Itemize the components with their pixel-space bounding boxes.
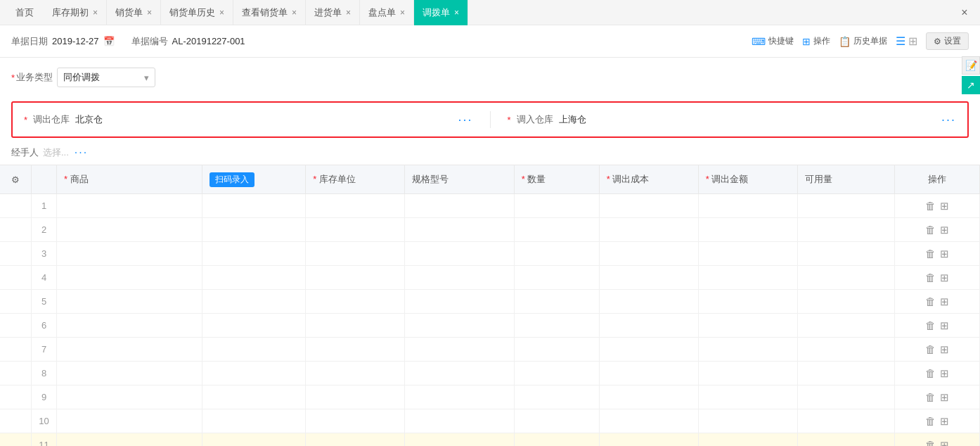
row-unit-cell[interactable] <box>306 362 405 386</box>
row-product-cell[interactable] <box>57 194 202 218</box>
business-type-select[interactable]: 同价调拨 ▾ <box>57 68 155 87</box>
tab-inventory-init[interactable]: 库存期初 × <box>44 0 107 25</box>
tab-transfer-order[interactable]: 调拨单 × <box>414 0 468 25</box>
copy-row-icon[interactable]: ⊞ <box>940 415 949 428</box>
row-cost-cell[interactable] <box>599 338 698 362</box>
row-qty-cell[interactable] <box>514 194 599 218</box>
row-cost-cell[interactable] <box>599 194 698 218</box>
row-amount-cell[interactable] <box>698 266 797 290</box>
row-spec-cell[interactable] <box>405 386 514 409</box>
row-qty-cell[interactable] <box>514 290 599 314</box>
row-qty-cell[interactable] <box>514 218 599 242</box>
delete-row-icon[interactable]: 🗑 <box>925 343 936 355</box>
row-product-cell[interactable] <box>57 266 202 290</box>
row-spec-cell[interactable] <box>405 266 514 290</box>
row-amount-cell[interactable] <box>698 409 797 433</box>
row-product-cell[interactable] <box>57 290 202 314</box>
row-qty-cell[interactable] <box>514 362 599 386</box>
row-qty-cell[interactable] <box>514 314 599 338</box>
copy-row-icon[interactable]: ⊞ <box>940 272 949 284</box>
scan-button[interactable]: 扫码录入 <box>209 172 254 187</box>
row-amount-cell[interactable] <box>698 218 797 242</box>
shortcuts-button[interactable]: ⌨ 快捷键 <box>752 35 794 47</box>
row-spec-cell[interactable] <box>405 242 514 266</box>
transfer-out-more-button[interactable]: ··· <box>458 113 472 126</box>
copy-row-icon[interactable]: ⊞ <box>940 439 949 447</box>
tab-sales-history[interactable]: 销货单历史 × <box>161 0 233 25</box>
history-button[interactable]: 📋 历史单据 <box>839 35 887 47</box>
copy-row-icon[interactable]: ⊞ <box>940 295 949 308</box>
tab-close-sales-order[interactable]: × <box>147 8 152 18</box>
row-product-cell[interactable] <box>57 433 202 447</box>
row-product-cell[interactable] <box>57 386 202 409</box>
row-qty-cell[interactable] <box>514 242 599 266</box>
delete-row-icon[interactable]: 🗑 <box>925 248 936 260</box>
row-amount-cell[interactable] <box>698 290 797 314</box>
copy-row-icon[interactable]: ⊞ <box>940 224 949 236</box>
row-product-cell[interactable] <box>57 314 202 338</box>
delete-row-icon[interactable]: 🗑 <box>925 439 936 446</box>
row-amount-cell[interactable] <box>698 314 797 338</box>
row-unit-cell[interactable] <box>306 290 405 314</box>
copy-row-icon[interactable]: ⊞ <box>940 343 949 356</box>
row-qty-cell[interactable] <box>514 266 599 290</box>
row-product-cell[interactable] <box>57 362 202 386</box>
operations-button[interactable]: ⊞ 操作 <box>802 35 830 47</box>
row-qty-cell[interactable] <box>514 433 599 447</box>
row-unit-cell[interactable] <box>306 314 405 338</box>
copy-row-icon[interactable]: ⊞ <box>940 200 949 212</box>
row-product-cell[interactable] <box>57 409 202 433</box>
row-unit-cell[interactable] <box>306 218 405 242</box>
row-spec-cell[interactable] <box>405 194 514 218</box>
row-cost-cell[interactable] <box>599 242 698 266</box>
row-spec-cell[interactable] <box>405 433 514 447</box>
tab-home[interactable]: 首页 <box>6 0 44 25</box>
row-cost-cell[interactable] <box>599 386 698 409</box>
settings-button[interactable]: ⚙ 设置 <box>926 32 969 50</box>
delete-row-icon[interactable]: 🗑 <box>925 391 936 403</box>
row-product-cell[interactable] <box>57 338 202 362</box>
row-unit-cell[interactable] <box>306 409 405 433</box>
row-unit-cell[interactable] <box>306 433 405 447</box>
table-settings-icon[interactable]: ⚙ <box>7 171 24 188</box>
tab-inventory-check[interactable]: 盘点单 × <box>360 0 414 25</box>
row-product-cell[interactable] <box>57 242 202 266</box>
row-spec-cell[interactable] <box>405 218 514 242</box>
row-cost-cell[interactable] <box>599 314 698 338</box>
list-view-icon[interactable]: ☰ <box>896 34 905 48</box>
tab-close-sales-history[interactable]: × <box>219 8 224 18</box>
copy-row-icon[interactable]: ⊞ <box>940 391 949 404</box>
tab-close-purchase-order[interactable]: × <box>346 8 351 18</box>
calendar-icon[interactable]: 📅 <box>103 36 115 46</box>
row-spec-cell[interactable] <box>405 409 514 433</box>
copy-row-icon[interactable]: ⊞ <box>940 319 949 332</box>
row-cost-cell[interactable] <box>599 409 698 433</box>
delete-row-icon[interactable]: 🗑 <box>925 415 936 427</box>
delete-row-icon[interactable]: 🗑 <box>925 295 936 307</box>
row-amount-cell[interactable] <box>698 338 797 362</box>
handler-more-button[interactable]: ··· <box>75 147 88 158</box>
transfer-in-more-button[interactable]: ··· <box>941 113 956 126</box>
tab-purchase-order[interactable]: 进货单 × <box>306 0 360 25</box>
row-unit-cell[interactable] <box>306 266 405 290</box>
row-cost-cell[interactable] <box>599 290 698 314</box>
window-close-button[interactable]: × <box>955 3 974 23</box>
row-amount-cell[interactable] <box>698 433 797 447</box>
row-cost-cell[interactable] <box>599 433 698 447</box>
panel-expand-button[interactable]: ↗ <box>962 76 980 94</box>
row-qty-cell[interactable] <box>514 409 599 433</box>
copy-row-icon[interactable]: ⊞ <box>940 248 949 260</box>
row-spec-cell[interactable] <box>405 290 514 314</box>
copy-row-icon[interactable]: ⊞ <box>940 367 949 380</box>
handler-select[interactable]: 选择... <box>43 146 69 159</box>
tab-close-inventory-check[interactable]: × <box>400 8 405 18</box>
row-qty-cell[interactable] <box>514 338 599 362</box>
row-unit-cell[interactable] <box>306 386 405 409</box>
row-cost-cell[interactable] <box>599 362 698 386</box>
delete-row-icon[interactable]: 🗑 <box>925 319 936 331</box>
tab-close-inventory-init[interactable]: × <box>93 8 98 18</box>
tab-view-sales[interactable]: 查看销货单 × <box>233 0 306 25</box>
row-spec-cell[interactable] <box>405 338 514 362</box>
row-unit-cell[interactable] <box>306 242 405 266</box>
row-amount-cell[interactable] <box>698 386 797 409</box>
